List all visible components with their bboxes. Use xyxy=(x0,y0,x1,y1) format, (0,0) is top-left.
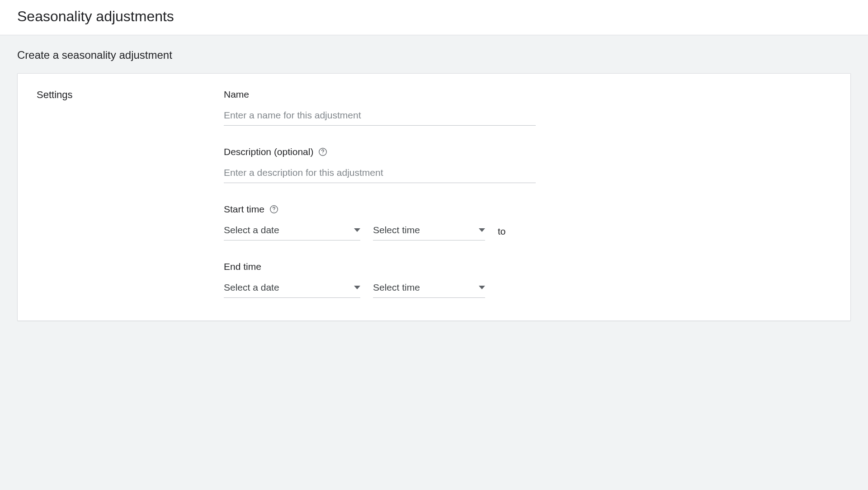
caret-down-icon xyxy=(479,286,485,289)
start-date-dropdown[interactable]: Select a date xyxy=(224,222,360,240)
start-time-label: Start time xyxy=(224,204,549,215)
start-time-field-group: Start time Select a date xyxy=(224,204,549,240)
settings-heading: Settings xyxy=(37,89,224,101)
start-time-row: Select a date Select time to xyxy=(224,222,549,240)
settings-left-column: Settings xyxy=(37,89,224,298)
help-icon[interactable] xyxy=(318,147,328,157)
caret-down-icon xyxy=(354,286,360,289)
caret-down-icon xyxy=(354,228,360,232)
description-field-group: Description (optional) xyxy=(224,146,549,183)
name-input[interactable] xyxy=(224,107,536,126)
name-label-text: Name xyxy=(224,89,249,100)
end-date-text: Select a date xyxy=(224,282,279,293)
svg-point-1 xyxy=(323,154,323,154)
end-time-text: Select time xyxy=(373,282,420,293)
end-time-row: Select a date Select time xyxy=(224,279,549,298)
help-icon[interactable] xyxy=(269,204,279,214)
page-header: Seasonality adjustments xyxy=(0,0,868,35)
description-input[interactable] xyxy=(224,165,536,183)
description-label-text: Description (optional) xyxy=(224,146,313,157)
end-time-label-text: End time xyxy=(224,261,261,272)
end-time-label: End time xyxy=(224,261,549,272)
name-label: Name xyxy=(224,89,549,100)
start-time-label-text: Start time xyxy=(224,204,264,215)
page-body: Create a seasonality adjustment Settings… xyxy=(0,35,868,490)
svg-point-3 xyxy=(274,211,274,212)
end-date-dropdown[interactable]: Select a date xyxy=(224,279,360,298)
start-date-text: Select a date xyxy=(224,225,279,236)
end-time-field-group: End time Select a date Select time xyxy=(224,261,549,298)
caret-down-icon xyxy=(479,228,485,232)
end-time-dropdown[interactable]: Select time xyxy=(373,279,485,298)
name-field-group: Name xyxy=(224,89,549,126)
start-time-text: Select time xyxy=(373,225,420,236)
to-label: to xyxy=(498,226,506,237)
start-time-dropdown[interactable]: Select time xyxy=(373,222,485,240)
card-inner: Settings Name Description (optional) xyxy=(37,89,831,298)
settings-right-column: Name Description (optional) xyxy=(224,89,549,298)
settings-card: Settings Name Description (optional) xyxy=(17,73,851,321)
section-title: Create a seasonality adjustment xyxy=(17,49,851,61)
description-label: Description (optional) xyxy=(224,146,549,157)
page-title: Seasonality adjustments xyxy=(17,8,851,25)
